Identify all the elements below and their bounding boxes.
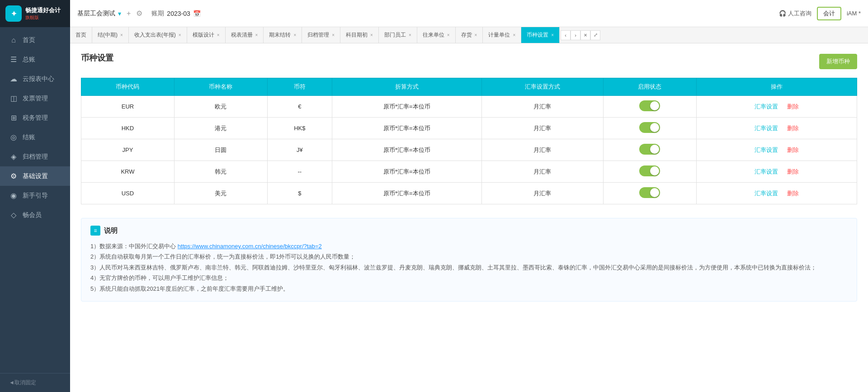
col-header-action: 操作 xyxy=(696,78,857,96)
cell-rate-method: 月汇率 xyxy=(481,183,603,204)
cell-rate-method: 月汇率 xyxy=(481,96,603,118)
enabled-toggle[interactable] xyxy=(639,122,660,133)
tab-home[interactable]: 首页 xyxy=(70,27,92,43)
tab-close-icon[interactable]: × xyxy=(293,33,296,38)
cell-actions: 汇率设置 删除 xyxy=(696,161,857,183)
sidebar-item-settings[interactable]: ⚙ 基础设置 xyxy=(0,166,70,186)
sidebar-item-guide[interactable]: ◉ 新手引导 xyxy=(0,186,70,205)
tab-label: 结(中期) xyxy=(98,31,118,39)
notes-icon: ≡ xyxy=(90,226,100,236)
sidebar-item-label: 首页 xyxy=(23,36,35,44)
settings-gear-icon[interactable]: ⚙ xyxy=(136,9,142,18)
cell-actions: 汇率设置 删除 xyxy=(696,183,857,204)
tab-label: 科目期初 xyxy=(346,31,368,39)
add-tab-icon[interactable]: + xyxy=(127,9,131,18)
company-selector[interactable]: 基层工会测试 ▾ xyxy=(77,9,121,18)
col-header-status: 启用状态 xyxy=(603,78,696,96)
cell-calc: 原币*汇率=本位币 xyxy=(332,183,481,204)
sidebar-logo: ✦ 畅捷通好会计 旗舰版 xyxy=(0,0,70,27)
rate-settings-link[interactable]: 汇率设置 xyxy=(755,190,778,197)
cell-symbol: $ xyxy=(267,183,332,204)
sidebar-nav: ⌂ 首页 ☰ 总账 ☁ 云报表中心 ◫ 发票管理 ⊞ 税务管理 ◎ 结账 ◈ 归… xyxy=(0,27,70,373)
company-dropdown-icon: ▾ xyxy=(118,10,121,17)
tab-close-icon[interactable]: × xyxy=(179,33,181,38)
new-currency-button[interactable]: 新增币种 xyxy=(819,54,857,69)
sidebar-item-tax[interactable]: ⊞ 税务管理 xyxy=(0,108,70,128)
sidebar-item-ledger[interactable]: ☰ 总账 xyxy=(0,50,70,69)
tab-close-icon[interactable]: × xyxy=(332,33,335,38)
tab-close-icon[interactable]: × xyxy=(475,33,477,38)
sidebar-item-label: 畅会员 xyxy=(23,211,42,219)
table-row: EUR欧元€原币*汇率=本位币月汇率 汇率设置 删除 xyxy=(81,96,857,118)
tab-close-icon[interactable]: × xyxy=(551,33,554,38)
tab-close-icon[interactable]: × xyxy=(217,33,220,38)
tab-label: 税表清册 xyxy=(231,31,253,39)
tab-currency[interactable]: 币种设置 × xyxy=(521,27,560,43)
tab-template[interactable]: 模版设计 × xyxy=(187,27,226,43)
tab-archive[interactable]: 归档管理 × xyxy=(302,27,340,43)
tab-subjects[interactable]: 科目期初 × xyxy=(340,27,379,43)
sidebar-item-home[interactable]: ⌂ 首页 xyxy=(0,31,70,50)
tab-close-icon[interactable]: × xyxy=(513,33,515,38)
delete-link[interactable]: 删除 xyxy=(787,103,799,110)
logo-text: 畅捷通好会计 旗舰版 xyxy=(25,6,61,21)
sidebar-item-reports[interactable]: ☁ 云报表中心 xyxy=(0,69,70,89)
cloud-icon: ☁ xyxy=(9,75,18,83)
ledger-icon: ☰ xyxy=(9,55,18,64)
cell-actions: 汇率设置 删除 xyxy=(696,96,857,118)
delete-link[interactable]: 删除 xyxy=(787,146,799,153)
table-row: JPY日圆J¥原币*汇率=本位币月汇率 汇率设置 删除 xyxy=(81,139,857,161)
enabled-toggle[interactable] xyxy=(639,187,660,198)
tax-icon: ⊞ xyxy=(9,113,18,122)
tab-close-icon[interactable]: × xyxy=(255,33,258,38)
note-item-2: 2）系统自动获取每月第一个工作日的汇率标价，统一为直接标价法，即1外币可以兑换的… xyxy=(90,251,848,262)
enabled-toggle[interactable] xyxy=(639,165,660,176)
tab-depts[interactable]: 部门员工 × xyxy=(379,27,417,43)
tab-scroll-left[interactable]: ‹ xyxy=(561,30,571,40)
delete-link[interactable]: 删除 xyxy=(787,190,799,197)
tab-expand[interactable]: ⤢ xyxy=(590,30,600,40)
sidebar-pin-toggle[interactable]: ◄取消固定 xyxy=(0,373,70,392)
cell-rate-method: 月汇率 xyxy=(481,118,603,139)
tab-close-icon[interactable]: × xyxy=(447,33,450,38)
sidebar-item-settlement[interactable]: ◎ 结账 xyxy=(0,128,70,147)
tab-income[interactable]: 收入支出表(年报) × xyxy=(129,27,187,43)
support-button[interactable]: 🎧 人工咨询 xyxy=(779,9,811,18)
tab-taxclear[interactable]: 税表清册 × xyxy=(226,27,264,43)
cell-rate-method: 月汇率 xyxy=(481,139,603,161)
tab-period-end[interactable]: 期末结转 × xyxy=(264,27,302,43)
rate-settings-link[interactable]: 汇率设置 xyxy=(755,125,778,132)
tab-inventory[interactable]: 存货 × xyxy=(456,27,483,43)
tab-close-all[interactable]: × xyxy=(580,30,590,40)
cell-code: EUR xyxy=(81,96,175,118)
tab-label: 期末结转 xyxy=(269,31,291,39)
tab-close-icon[interactable]: × xyxy=(120,33,123,38)
enabled-toggle[interactable] xyxy=(639,144,660,155)
tab-close-icon[interactable]: × xyxy=(370,33,373,38)
sidebar-item-label: 归档管理 xyxy=(23,153,48,161)
rate-settings-link[interactable]: 汇率设置 xyxy=(755,168,778,175)
rate-settings-link[interactable]: 汇率设置 xyxy=(755,146,778,153)
chinamoney-link[interactable]: https://www.chinamoney.com.cn/chinese/bk… xyxy=(178,243,322,250)
delete-link[interactable]: 删除 xyxy=(787,168,799,175)
tab-close-icon[interactable]: × xyxy=(409,33,411,38)
cell-name: 美元 xyxy=(174,183,267,204)
sidebar-item-label: 总账 xyxy=(23,56,35,64)
notes-section: ≡ 说明 1）数据来源：中国外汇交易中心 https://www.chinamo… xyxy=(81,218,857,302)
enabled-toggle[interactable] xyxy=(639,100,660,111)
period-selector[interactable]: 账期 2023-03 📅 xyxy=(151,9,200,18)
tab-label: 存货 xyxy=(461,31,472,39)
delete-link[interactable]: 删除 xyxy=(787,125,799,132)
col-header-code: 币种代码 xyxy=(81,78,175,96)
sidebar-item-invoice[interactable]: ◫ 发票管理 xyxy=(0,89,70,108)
note-item-3: 3）人民币对马来西亚林吉特、俄罗斯卢布、南非兰特、韩元、阿联酋迪拉姆、沙特里亚尔… xyxy=(90,262,848,273)
sidebar-item-member[interactable]: ◇ 畅会员 xyxy=(0,205,70,225)
tab-units[interactable]: 计量单位 × xyxy=(483,27,521,43)
account-type-button[interactable]: 会计 xyxy=(817,7,841,20)
tab-scroll-right[interactable]: › xyxy=(571,30,580,40)
sidebar-item-archive[interactable]: ◈ 归档管理 xyxy=(0,147,70,166)
tab-balance[interactable]: 结(中期) × xyxy=(92,27,129,43)
rate-settings-link[interactable]: 汇率设置 xyxy=(755,103,778,110)
col-header-symbol: 币符 xyxy=(267,78,332,96)
tab-partners[interactable]: 往来单位 × xyxy=(417,27,456,43)
